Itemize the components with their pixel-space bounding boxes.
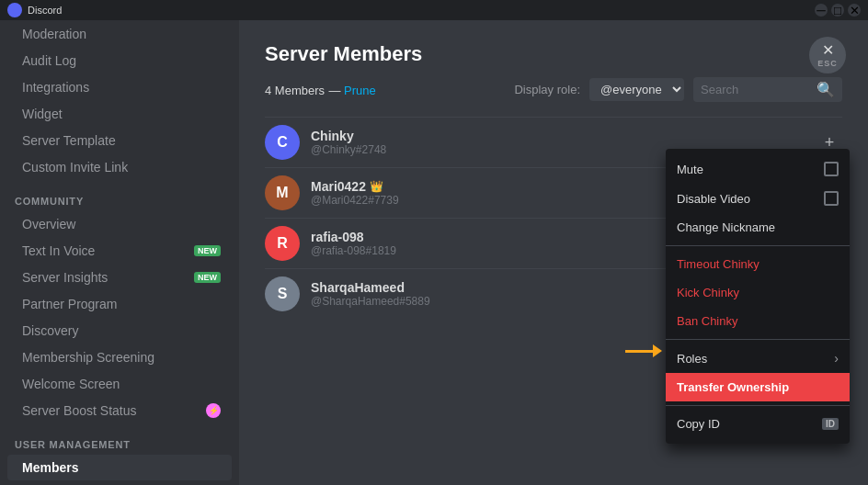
sidebar-item-welcome-screen[interactable]: Welcome Screen [7,371,232,397]
submenu-arrow-icon: › [834,351,839,366]
esc-label: ESC [817,59,838,68]
page-title: Server Members [265,42,842,66]
main-content: Server Members 4 Members — Prune Display… [239,20,868,485]
sidebar-item-members[interactable]: Members [7,455,232,480]
sidebar-item-membership-screening[interactable]: Membership Screening [7,344,232,370]
maximize-button[interactable]: □ [831,4,844,17]
ctx-copy-id[interactable]: Copy ID ID [666,410,850,438]
avatar: M [265,175,300,210]
ctx-kick[interactable]: Kick Chinky [666,278,850,307]
search-input[interactable] [701,83,811,96]
ctx-separator-1 [666,245,850,246]
member-name: Chinky [311,129,805,143]
user-management-section-header: User Management [0,424,239,454]
search-icon: 🔍 [817,81,835,98]
ctx-separator-2 [666,339,850,340]
esc-x-icon: ✕ [822,43,834,58]
sidebar-item-integrations[interactable]: Integrations [7,74,232,100]
members-filter: Display role: @everyone 🔍 [514,77,842,102]
members-count: 4 Members [265,84,325,97]
title-bar-left: Discord [7,3,62,17]
avatar: S [265,276,300,311]
search-box: 🔍 [693,77,842,102]
ctx-disable-video[interactable]: Disable Video [666,184,850,213]
sidebar-item-server-template[interactable]: Server Template [7,128,232,153]
sidebar-item-audit-log[interactable]: Audit Log [7,48,232,73]
sidebar-item-discovery[interactable]: Discovery [7,318,232,344]
sidebar-item-server-boost[interactable]: Server Boost Status ⚡ [7,398,232,423]
app-container: Moderation Audit Log Integrations Widget… [0,20,868,485]
sidebar-item-widget[interactable]: Widget [7,101,232,127]
disable-video-checkbox[interactable] [824,191,839,206]
new-badge-server-insights: NEW [194,272,221,283]
new-badge-text-in-voice: NEW [194,245,221,256]
ctx-change-nickname[interactable]: Change Nickname [666,213,850,242]
discord-logo [7,3,22,17]
id-badge-icon: ID [822,418,839,430]
sidebar-item-overview[interactable]: Overview [7,211,232,237]
arrow-shaft [625,350,653,353]
ctx-transfer-ownership[interactable]: Transfer Ownership [666,373,850,401]
boost-icon: ⚡ [206,403,221,418]
members-meta: 4 Members — Prune Display role: @everyon… [265,77,842,102]
role-select[interactable]: @everyone [589,78,684,101]
context-menu: Mute Disable Video Change Nickname Timeo… [666,149,850,444]
sidebar-item-text-in-voice[interactable]: Text In Voice NEW [7,238,232,264]
crown-icon: 👑 [370,180,383,193]
ctx-ban[interactable]: Ban Chinky [666,307,850,335]
community-section-header: Community [0,181,239,210]
arrow-head [653,344,662,357]
sidebar: Moderation Audit Log Integrations Widget… [0,20,239,485]
ctx-timeout[interactable]: Timeout Chinky [666,250,850,278]
ctx-separator-3 [666,405,850,406]
close-button[interactable]: ✕ [848,4,861,17]
arrow-indicator [625,344,662,357]
esc-button[interactable]: ✕ ESC [809,37,846,73]
ctx-roles[interactable]: Roles › [666,344,850,373]
minimize-button[interactable]: ─ [815,4,828,17]
ctx-mute[interactable]: Mute [666,154,850,184]
mute-checkbox[interactable] [824,162,839,176]
display-role-label: Display role: [514,83,580,96]
prune-link[interactable]: Prune [344,84,376,97]
members-count-container: 4 Members — Prune [265,82,376,98]
sidebar-item-invites[interactable]: Invites [7,481,232,485]
sidebar-item-custom-invite[interactable]: Custom Invite Link [7,154,232,180]
title-bar-controls[interactable]: ─ □ ✕ [815,4,861,17]
sidebar-item-server-insights[interactable]: Server Insights NEW [7,265,232,290]
avatar: C [265,125,300,160]
sidebar-item-moderation[interactable]: Moderation [7,21,232,47]
avatar: R [265,226,300,261]
sidebar-item-partner-program[interactable]: Partner Program [7,291,232,317]
title-bar: Discord ─ □ ✕ [0,0,868,20]
title-bar-title: Discord [28,5,62,16]
